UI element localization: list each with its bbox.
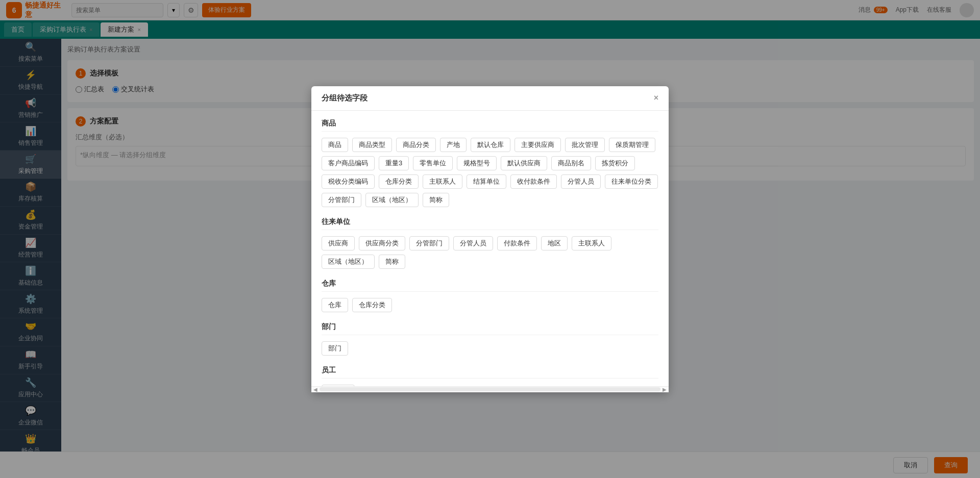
product-chips: 商品 商品类型 商品分类 产地 默认仓库 主要供应商 批次管理 保质期管理 客户… [322,138,658,207]
chip-area[interactable]: 地区 [541,236,568,250]
modal-body: 商品 商品 商品类型 商品分类 产地 默认仓库 主要供应商 批次管理 保质期管理… [311,111,669,386]
chip-settle-unit[interactable]: 结算单位 [467,174,506,189]
chip-main-contact2[interactable]: 主联系人 [572,236,611,250]
chip-dept2[interactable]: 分管部门 [409,236,449,250]
horizontal-scrollbar[interactable] [320,387,660,391]
chip-pay-terms[interactable]: 付款条件 [497,236,537,250]
section-warehouse-title: 仓库 [322,279,658,292]
chip-pick-points[interactable]: 拣货积分 [595,156,635,170]
section-dept: 部门 部门 [322,322,658,356]
chip-default-warehouse[interactable]: 默认仓库 [471,138,510,152]
partner-chips: 供应商 供应商分类 分管部门 分管人员 付款条件 地区 主联系人 区域（地区） … [322,236,658,269]
section-warehouse: 仓库 仓库 仓库分类 [322,279,658,312]
chip-payment-terms[interactable]: 收付款条件 [510,174,557,189]
chip-main-contact[interactable]: 主联系人 [423,174,462,189]
chip-batch-mgmt[interactable]: 批次管理 [565,138,605,152]
chip-default-supplier[interactable]: 默认供应商 [501,156,547,170]
chip-warehouse-category[interactable]: 仓库分类 [379,174,419,189]
scroll-left-arrow[interactable]: ◀ [313,387,317,392]
chip-short-name[interactable]: 简称 [423,193,449,207]
chip-spec-model[interactable]: 规格型号 [457,156,497,170]
chip-weight3[interactable]: 重量3 [379,156,409,170]
section-product-title: 商品 [322,119,658,132]
chip-product-alias[interactable]: 商品别名 [551,156,591,170]
chip-product-category[interactable]: 商品分类 [396,138,436,152]
chip-origin[interactable]: 产地 [440,138,467,152]
section-partner-title: 往来单位 [322,217,658,230]
chip-warehouse-cat[interactable]: 仓库分类 [352,298,392,312]
chip-expiry-mgmt[interactable]: 保质期管理 [609,138,655,152]
section-employee: 员工 业务员 [322,366,658,386]
chip-admin-staff2[interactable]: 分管人员 [453,236,493,250]
section-employee-title: 员工 [322,366,658,379]
modal-title: 分组待选字段 [322,93,368,103]
chip-supplier-category[interactable]: 供应商分类 [359,236,405,250]
chip-product[interactable]: 商品 [322,138,348,152]
dept-chips: 部门 [322,341,658,356]
chip-admin-dept[interactable]: 分管部门 [322,193,361,207]
chip-short-name2[interactable]: 简称 [379,255,405,269]
modal-close-button[interactable]: × [654,93,658,103]
chip-main-supplier[interactable]: 主要供应商 [514,138,561,152]
chip-partner-category[interactable]: 往来单位分类 [605,174,658,189]
section-dept-title: 部门 [322,322,658,335]
section-partner: 往来单位 供应商 供应商分类 分管部门 分管人员 付款条件 地区 主联系人 区域… [322,217,658,269]
chip-warehouse[interactable]: 仓库 [322,298,348,312]
section-product: 商品 商品 商品类型 商品分类 产地 默认仓库 主要供应商 批次管理 保质期管理… [322,119,658,207]
chip-region[interactable]: 区域（地区） [365,193,419,207]
modal: 分组待选字段 × 商品 商品 商品类型 商品分类 产地 默认仓库 主要供应商 批… [311,86,669,392]
chip-product-type[interactable]: 商品类型 [352,138,392,152]
scroll-right-arrow[interactable]: ▶ [663,387,667,392]
chip-retail-unit[interactable]: 零售单位 [413,156,453,170]
chip-tax-code[interactable]: 税收分类编码 [322,174,375,189]
modal-scroll-bar: ◀ ▶ [311,386,669,392]
chip-region2[interactable]: 区域（地区） [322,255,375,269]
warehouse-chips: 仓库 仓库分类 [322,298,658,312]
chip-customer-code[interactable]: 客户商品编码 [322,156,375,170]
modal-header: 分组待选字段 × [311,86,669,111]
modal-overlay[interactable]: 分组待选字段 × 商品 商品 商品类型 商品分类 产地 默认仓库 主要供应商 批… [0,0,980,478]
chip-supplier[interactable]: 供应商 [322,236,355,250]
chip-dept[interactable]: 部门 [322,341,348,356]
chip-admin-staff[interactable]: 分管人员 [561,174,601,189]
